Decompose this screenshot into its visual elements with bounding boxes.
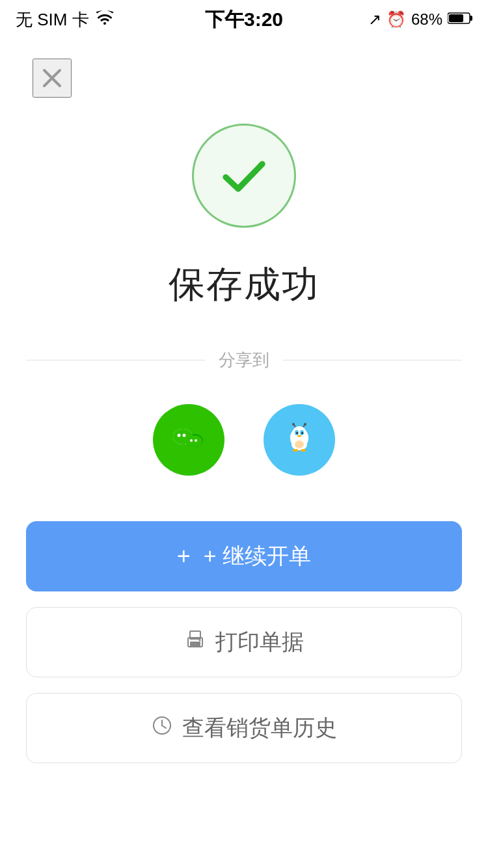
svg-point-8 <box>178 434 181 437</box>
svg-point-11 <box>190 439 193 442</box>
print-label: 打印单据 <box>215 627 304 657</box>
plus-icon: + <box>177 543 191 570</box>
share-section-header: 分享到 <box>26 349 462 372</box>
battery-text: 68% <box>411 10 442 29</box>
history-button[interactable]: 查看销货单历史 <box>26 693 462 763</box>
share-label: 分享到 <box>219 349 269 372</box>
divider-left <box>26 360 206 360</box>
svg-point-9 <box>183 434 186 437</box>
print-button[interactable]: 打印单据 <box>26 607 462 677</box>
close-button[interactable] <box>33 59 72 98</box>
svg-point-22 <box>295 441 304 448</box>
svg-rect-1 <box>470 16 472 21</box>
wifi-icon <box>96 10 114 29</box>
carrier-text: 无 SIM 卡 <box>16 8 89 31</box>
main-content: 保存成功 分享到 <box>0 39 488 868</box>
svg-point-10 <box>187 435 202 447</box>
continue-label: + 继续开单 <box>204 541 311 571</box>
status-bar: 无 SIM 卡 下午3:20 ↗ ⏰ 68% <box>0 0 488 39</box>
printer-icon <box>184 629 206 656</box>
svg-rect-30 <box>190 642 200 647</box>
svg-point-18 <box>296 432 298 434</box>
success-circle <box>192 124 296 228</box>
wechat-share-button[interactable] <box>153 404 224 476</box>
share-icons-container <box>153 404 335 476</box>
status-right: ↗ ⏰ 68% <box>368 10 472 29</box>
close-icon <box>39 65 65 91</box>
clock-icon <box>151 714 173 742</box>
checkmark-icon <box>215 146 273 205</box>
qq-share-button[interactable] <box>264 404 335 476</box>
svg-point-27 <box>292 423 295 426</box>
status-time: 下午3:20 <box>205 7 283 33</box>
action-buttons: + + 继续开单 打印单据 <box>26 521 462 763</box>
alarm-icon: ⏰ <box>386 10 406 29</box>
history-label: 查看销货单历史 <box>182 713 337 743</box>
svg-point-23 <box>293 449 298 452</box>
qq-icon <box>279 420 319 460</box>
svg-point-20 <box>297 435 301 437</box>
wechat-icon <box>169 420 209 460</box>
continue-button[interactable]: + + 继续开单 <box>26 521 462 591</box>
svg-point-28 <box>304 423 306 426</box>
svg-point-19 <box>301 432 303 434</box>
svg-point-32 <box>199 640 201 642</box>
battery-bar-icon <box>448 10 472 29</box>
divider-right <box>282 360 462 360</box>
svg-point-12 <box>195 439 197 442</box>
location-icon: ↗ <box>368 10 381 29</box>
success-title: 保存成功 <box>169 260 319 310</box>
svg-line-35 <box>162 726 166 728</box>
svg-rect-2 <box>449 14 463 22</box>
svg-point-24 <box>301 449 306 452</box>
status-left: 无 SIM 卡 <box>16 8 114 31</box>
